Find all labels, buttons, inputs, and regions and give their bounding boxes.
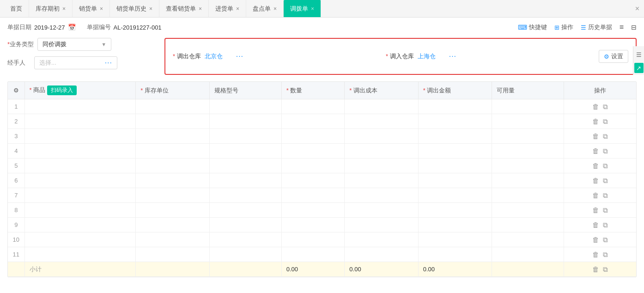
cell-product[interactable] — [24, 203, 136, 218]
col-settings[interactable]: ⚙ — [8, 82, 24, 99]
scan-button[interactable]: 扫码录入 — [47, 85, 77, 95]
cell-qty[interactable] — [281, 232, 345, 247]
warehouse-out-value[interactable]: 北京仓 — [205, 52, 232, 61]
cell-product[interactable] — [24, 247, 136, 262]
cell-qty[interactable] — [281, 247, 345, 262]
tab-transfer-order[interactable]: 调拨单 × — [284, 0, 321, 17]
cell-amount[interactable] — [418, 144, 492, 159]
copy-icon[interactable]: ⧉ — [603, 236, 608, 244]
tab-view-sales-close[interactable]: × — [199, 6, 202, 12]
subtotal-delete-icon[interactable]: 🗑 — [592, 265, 599, 273]
delete-icon[interactable]: 🗑 — [592, 117, 599, 125]
tab-sales-order-close[interactable]: × — [100, 6, 103, 12]
window-close-icon[interactable]: × — [635, 5, 639, 13]
cell-product[interactable] — [24, 99, 136, 114]
copy-icon[interactable]: ⧉ — [603, 221, 608, 229]
cell-qty[interactable] — [281, 99, 345, 114]
tab-purchase-order-close[interactable]: × — [236, 6, 239, 12]
cell-product[interactable] — [24, 218, 136, 232]
cell-cost[interactable] — [345, 129, 418, 144]
date-value[interactable]: 2019-12-27 — [34, 24, 65, 31]
cell-amount[interactable] — [418, 129, 492, 144]
cell-amount[interactable] — [418, 188, 492, 203]
cell-product[interactable] — [24, 232, 136, 247]
calendar-icon[interactable]: 📅 — [68, 24, 76, 31]
cell-cost[interactable] — [345, 247, 418, 262]
cell-amount[interactable] — [418, 247, 492, 262]
cell-cost[interactable] — [345, 114, 418, 129]
copy-icon[interactable]: ⧉ — [603, 103, 608, 111]
tab-home[interactable]: 首页 — [4, 0, 29, 17]
cell-amount[interactable] — [418, 99, 492, 114]
copy-icon[interactable]: ⧉ — [603, 191, 608, 200]
delete-icon[interactable]: 🗑 — [592, 132, 599, 140]
cell-cost[interactable] — [345, 232, 418, 247]
cell-amount[interactable] — [418, 114, 492, 129]
cell-product[interactable] — [24, 114, 136, 129]
card-view-button[interactable]: ⊟ — [631, 24, 637, 31]
copy-icon[interactable]: ⧉ — [603, 206, 608, 214]
delete-icon[interactable]: 🗑 — [592, 147, 599, 155]
cell-product[interactable] — [24, 129, 136, 144]
cell-cost[interactable] — [345, 99, 418, 114]
panel-list-icon[interactable]: ☰ — [634, 48, 644, 61]
tab-purchase-order[interactable]: 进货单 × — [209, 0, 246, 17]
cell-amount[interactable] — [418, 173, 492, 188]
copy-icon[interactable]: ⧉ — [603, 162, 608, 170]
tab-transfer-order-close[interactable]: × — [311, 6, 314, 12]
cell-cost[interactable] — [345, 159, 418, 173]
settings-button[interactable]: ⚙ 设置 — [599, 50, 628, 63]
panel-expand-icon[interactable]: ↗ — [634, 63, 644, 73]
tab-sales-history-close[interactable]: × — [149, 6, 152, 12]
cell-qty[interactable] — [281, 144, 345, 159]
handler-select[interactable]: 选择... ··· — [34, 56, 117, 69]
copy-icon[interactable]: ⧉ — [603, 117, 608, 126]
delete-icon[interactable]: 🗑 — [592, 103, 599, 110]
copy-icon[interactable]: ⧉ — [603, 250, 608, 259]
tab-inventory-init[interactable]: 库存期初 × — [29, 0, 73, 17]
delete-icon[interactable]: 🗑 — [592, 177, 599, 184]
cell-cost[interactable] — [345, 173, 418, 188]
business-type-select[interactable]: 同价调拨 ▼ — [37, 38, 111, 51]
cell-product[interactable] — [24, 159, 136, 173]
subtotal-copy-icon[interactable]: ⧉ — [603, 265, 608, 274]
cell-qty[interactable] — [281, 114, 345, 129]
shortcut-button[interactable]: ⌨ 快捷键 — [518, 23, 547, 31]
copy-icon[interactable]: ⧉ — [603, 177, 608, 185]
cell-qty[interactable] — [281, 159, 345, 173]
history-button[interactable]: ☰ 历史单据 — [581, 23, 612, 31]
tab-sales-order[interactable]: 销货单 × — [73, 0, 110, 17]
cell-product[interactable] — [24, 188, 136, 203]
operation-button[interactable]: ⊞ 操作 — [554, 23, 573, 31]
tab-view-sales[interactable]: 查看销货单 × — [159, 0, 209, 17]
copy-icon[interactable]: ⧉ — [603, 132, 608, 140]
delete-icon[interactable]: 🗑 — [592, 206, 599, 214]
warehouse-in-value[interactable]: 上海仓 — [418, 52, 445, 61]
cell-qty[interactable] — [281, 188, 345, 203]
delete-icon[interactable]: 🗑 — [592, 221, 599, 229]
cell-amount[interactable] — [418, 159, 492, 173]
cell-qty[interactable] — [281, 218, 345, 232]
delete-icon[interactable]: 🗑 — [592, 162, 599, 170]
cell-cost[interactable] — [345, 144, 418, 159]
cell-amount[interactable] — [418, 203, 492, 218]
cell-qty[interactable] — [281, 129, 345, 144]
tab-inventory-init-close[interactable]: × — [62, 6, 66, 12]
tab-inventory-count[interactable]: 盘点单 × — [246, 0, 284, 17]
cell-qty[interactable] — [281, 173, 345, 188]
cell-product[interactable] — [24, 173, 136, 188]
handler-more-icon[interactable]: ··· — [105, 59, 112, 67]
delete-icon[interactable]: 🗑 — [592, 191, 599, 199]
delete-icon[interactable]: 🗑 — [592, 250, 599, 258]
cell-qty[interactable] — [281, 203, 345, 218]
delete-icon[interactable]: 🗑 — [592, 236, 599, 244]
cell-amount[interactable] — [418, 232, 492, 247]
cell-cost[interactable] — [345, 203, 418, 218]
cell-cost[interactable] — [345, 218, 418, 232]
cell-cost[interactable] — [345, 188, 418, 203]
tab-inventory-count-close[interactable]: × — [273, 6, 277, 12]
warehouse-out-more-icon[interactable]: ··· — [236, 52, 243, 61]
cell-amount[interactable] — [418, 218, 492, 232]
cell-product[interactable] — [24, 144, 136, 159]
tab-sales-history[interactable]: 销货单历史 × — [110, 0, 159, 17]
